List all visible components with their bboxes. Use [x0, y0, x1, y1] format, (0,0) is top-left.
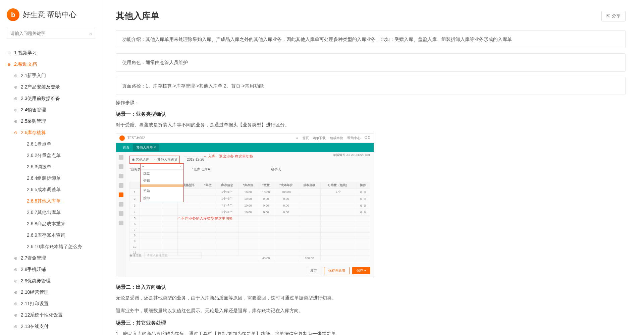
ss-radio-group: ◉ 其他入库 ○ 其他入库退货	[129, 156, 180, 164]
nav-2-1[interactable]: ⊕2.1新手入门	[13, 70, 95, 81]
scene2-title: 场景二：出入方向确认	[116, 284, 626, 290]
nav-leaf-264[interactable]: 2.6.4组装拆卸单	[27, 173, 95, 184]
nav-leaf-265[interactable]: 2.6.5成本调整单	[27, 184, 95, 196]
plus-icon: ⊕	[13, 73, 18, 78]
nav-2-9[interactable]: ⊕2.9优惠券管理	[13, 275, 95, 287]
plus-icon: ⊕	[13, 279, 18, 283]
path-text: 1、库存核算->库存管理->其他入库单 2、首页->常用功能	[146, 83, 264, 89]
scene3-title: 场景三：其它业务处理	[116, 320, 626, 326]
intro-label: 功能介绍：	[122, 37, 146, 42]
nav-leaf-267[interactable]: 2.6.7其他出库单	[27, 207, 95, 218]
nav-2-4[interactable]: ⊕2.4销售管理	[13, 104, 95, 116]
nav-leaf-268[interactable]: 2.6.8商品成本重算	[27, 218, 95, 230]
ss-side-icon	[119, 221, 123, 225]
nav-2-3[interactable]: ⊕2.3使用前数据准备	[13, 93, 95, 104]
logo-icon: b	[7, 8, 19, 21]
plus-icon: ⊕	[13, 119, 18, 124]
logo-text: 好生意 帮助中心	[23, 10, 76, 20]
nav-2-13[interactable]: ⊕2.13在线支付	[13, 321, 95, 332]
nav-leaf-262[interactable]: 2.6.2分量盘点单	[27, 150, 95, 161]
page-title: 其他入库单	[116, 10, 159, 22]
ss-tab-home: 首页	[119, 144, 133, 151]
intro-text: 其他入库单用来处理除采购入库、产成品入库之外的其他入库业务，因此其他入库单可处理…	[146, 37, 512, 42]
nav-video[interactable]: ⊕1.视频学习	[7, 47, 95, 59]
ss-home-icon: ⌂	[296, 136, 298, 141]
logo: b 好生意 帮助中心	[7, 8, 95, 21]
plus-icon: ⊕	[13, 324, 18, 329]
plus-icon: ⊕	[13, 301, 18, 306]
nav-2-2[interactable]: ⊕2.2产品安装及登录	[13, 81, 95, 93]
path-box: 页面路径：1、库存核算->库存管理->其他入库单 2、首页->常用功能	[116, 77, 626, 95]
ss-save-new-button: 保存并新增	[324, 267, 350, 274]
role-label: 使用角色：	[122, 60, 146, 65]
scene2-body1: 无论是受赠，还是其他类型的业务，由于入库商品质量等原因，需要退回，这时可通过单据…	[116, 294, 626, 302]
scene2-body2: 退库业务中，明细数量均以负值红色展示。无论是入库还是退库，库存账均记在入库方向。	[116, 306, 626, 315]
share-button[interactable]: ⇱分享	[601, 11, 626, 21]
role-box: 使用角色：通常由仓管人员维护	[116, 53, 626, 71]
intro-box: 功能介绍：其他入库单用来处理除采购入库、产成品入库之外的其他入库业务，因此其他入…	[116, 30, 626, 48]
screenshot-image: TEST-H002 ⌂ 首页 App下载 包成本价 帮助中心 C C 首页 其他…	[116, 133, 374, 277]
ss-note1: ← 入库、退出业务 在这里切换	[203, 154, 253, 159]
plus-icon: ⊕	[13, 313, 18, 318]
minus-icon: ⊖	[13, 130, 18, 135]
nav-leaf-263[interactable]: 2.6.3调拨单	[27, 161, 95, 173]
path-label: 页面路径：	[122, 83, 146, 89]
ss-cancel-button: 放弃	[306, 267, 321, 274]
scene3-body: 1、赠品入库的商品直接转为销售。通过工具栏【复制/复制为销货单】功能，将单据信息…	[116, 330, 626, 335]
ss-side-icon	[119, 164, 123, 169]
ss-side-icon	[119, 192, 123, 197]
minus-icon: ⊖	[7, 62, 11, 67]
search-icon[interactable]: ⌕	[89, 31, 92, 36]
role-text: 通常由仓管人员维护	[146, 60, 188, 65]
plus-icon: ⊕	[13, 256, 18, 261]
ss-side-icon	[119, 155, 123, 160]
nav-2-8[interactable]: ⊕2.8手机旺铺	[13, 264, 95, 275]
ss-tab-current: 其他入库单 ×	[133, 144, 159, 151]
nav-2-11[interactable]: ⊕2.11打印设置	[13, 298, 95, 310]
nav-leaf-261[interactable]: 2.6.1盘点单	[27, 138, 95, 150]
nav-2-12[interactable]: ⊕2.12系统个性化设置	[13, 310, 95, 321]
share-icon: ⇱	[606, 13, 610, 18]
search-box: ⌕	[7, 28, 95, 39]
plus-icon: ⊕	[13, 290, 18, 295]
nav-help-docs[interactable]: ⊖2.帮助文档	[7, 59, 95, 70]
nav-2-7[interactable]: ⊕2.7资金管理	[13, 253, 95, 264]
nav-leaf-2610[interactable]: 2.6.10库存账本错了怎么办	[27, 241, 95, 253]
nav-leaf-266[interactable]: 2.6.6其他入库单	[27, 196, 95, 207]
nav-2-5[interactable]: ⊕2.5采购管理	[13, 116, 95, 127]
ss-note2: ↗ 不同业务的入库类型在这里切换	[176, 216, 233, 221]
plus-icon: ⊕	[13, 85, 18, 90]
plus-icon: ⊕	[13, 96, 18, 101]
main-content: 其他入库单 ⇱分享 功能介绍：其他入库单用来处理除采购入库、产成品入库之外的其他…	[102, 0, 639, 335]
scene1-title: 场景一：业务类型确认	[116, 111, 626, 117]
plus-icon: ⊕	[13, 108, 18, 112]
sidebar: b 好生意 帮助中心 ⌕ ⊕1.视频学习 ⊖2.帮助文档 ⊕2.1新手入门 ⊕2…	[0, 0, 102, 335]
search-input[interactable]	[7, 28, 95, 39]
nav-leaf-269[interactable]: 2.6.9库存账本查询	[27, 230, 95, 241]
nav-2-6[interactable]: ⊖2.6库存核算	[13, 127, 95, 138]
plus-icon: ⊕	[13, 267, 18, 272]
ss-side-icon	[119, 202, 123, 207]
ss-side-icon	[119, 211, 123, 216]
ss-side-icon	[119, 183, 123, 188]
nav-2-14[interactable]: ⊕2.14常见问题	[13, 332, 95, 335]
nav-2-10[interactable]: ⊕2.10经营管理	[13, 287, 95, 298]
ss-biztype-dropdown: ▾× 盘盈 受赠 初始 拆卸	[140, 163, 184, 202]
ss-logo-icon	[119, 135, 125, 141]
plus-icon: ⊕	[7, 51, 11, 55]
steps-label: 操作步骤：	[116, 100, 626, 106]
ss-test-label: TEST-H002	[127, 136, 145, 140]
ss-save-button: 保存 ▾	[352, 267, 370, 274]
scene1-body: 对于受赠、盘盈或是拆装入库等不同的业务，是通过单据头【业务类型】进行区分。	[116, 121, 626, 129]
ss-side-icon	[119, 174, 123, 178]
